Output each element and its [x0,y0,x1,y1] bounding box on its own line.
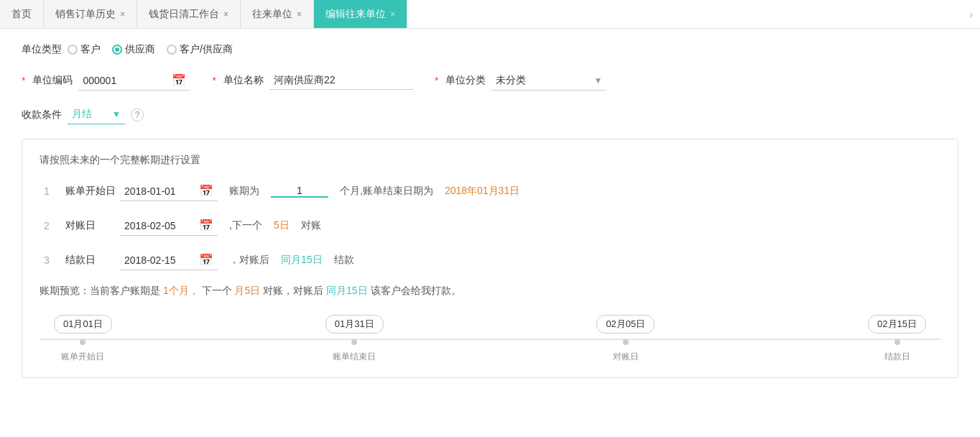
unit-category-label: 单位分类 [445,74,486,87]
radio-group-unit-type: 客户 供应商 客户/供应商 [68,43,233,56]
unit-code-input[interactable] [83,75,169,86]
timeline-label-4: 结款日 [884,351,910,363]
unit-category-arrow: ▼ [593,75,602,86]
tab-sales-history[interactable]: 销售订单历史 × [44,0,137,28]
unit-details-row: * 单位编码 📅 * 单位名称 * 单位分类 未分类 ▼ [22,70,958,91]
payment-condition-row: 收款条件 月结 ▼ ? [22,105,958,124]
preview-pay-day: 同月15日 [326,285,368,296]
payment-condition-label: 收款条件 [22,109,62,121]
timeline-dot-3 [623,339,629,345]
end-date-highlight: 2018年01月31日 [445,185,519,198]
payment-date-calendar-icon[interactable]: 📅 [199,253,213,267]
period-prefix-label: 账期为 [229,185,259,198]
timeline-point-2: 01月31日 账单结束日 [325,315,384,363]
close-edit-partner[interactable]: × [390,9,395,19]
unit-category-value: 未分类 [496,74,591,87]
timeline-bubble-3: 02月05日 [596,315,655,334]
row-label-2: 对账日 [65,219,108,232]
config-panel: 请按照未来的一个完整帐期进行设置 1 账单开始日 📅 账期为 个月,账单结束日期… [22,139,958,378]
row-label-1: 账单开始日 [65,185,108,198]
tab-home[interactable]: 首页 [0,0,44,28]
reconcile-date-input[interactable] [124,220,196,231]
unit-code-group: * 单位编码 📅 [22,70,190,91]
tab-cash-work[interactable]: 钱货日清工作台 × [137,0,241,28]
config-row-2: 2 对账日 📅 ,下一个 5日 对账 [40,216,940,236]
payment-date-input-wrapper: 📅 [120,250,218,270]
payment-condition-value: 月结 [72,108,109,121]
required-star-category: * [435,75,438,86]
reconcile-suffix: 对账 [301,219,321,232]
payment-condition-group: 收款条件 月结 ▼ ? [22,105,144,124]
timeline-dot-1 [80,339,85,345]
unit-code-label: 单位编码 [32,74,73,87]
required-star-code: * [22,75,25,86]
unit-code-icon[interactable]: 📅 [172,73,186,87]
radio-label-both: 客户/供应商 [180,43,233,56]
tab-more-chevron[interactable]: › [962,0,980,28]
preview-suffix: 该客户会给我打款。 [371,285,461,296]
preview-period: 1个月， [163,285,199,296]
start-date-input-wrapper: 📅 [120,181,218,201]
timeline-point-1: 01月01日 账单开始日 [54,315,112,363]
main-content: 单位类型 客户 供应商 客户/供应商 * 单位编码 [0,29,980,437]
radio-circle-both [167,45,177,55]
timeline-dot-4 [895,339,900,345]
reconcile-date-calendar-icon[interactable]: 📅 [199,218,213,232]
row-number-3: 3 [40,254,54,266]
preview-next-prefix: 下一个 [202,285,232,296]
tab-partners[interactable]: 往来单位 × [241,0,314,28]
tab-edit-partner[interactable]: 编辑往来单位 × [314,0,407,28]
unit-code-input-wrapper: 📅 [78,70,190,91]
timeline-bubble-2: 01月31日 [325,315,384,334]
unit-name-group: * 单位名称 [212,72,412,90]
payment-day-highlight: 同月15日 [281,254,323,267]
period-suffix-label: 个月,账单结束日期为 [340,185,433,198]
preview-prefix: 账期预览：当前客户账期是 [40,285,160,296]
radio-circle-supplier [112,45,122,55]
payment-date-input[interactable] [124,254,196,266]
payment-prefix: ，对账后 [229,254,269,267]
timeline: 01月01日 账单开始日 01月31日 账单结束日 02月05日 对账日 02月… [40,315,940,363]
panel-hint: 请按照未来的一个完整帐期进行设置 [40,154,940,167]
row-number-1: 1 [40,185,54,197]
reconcile-prefix: ,下一个 [229,219,262,232]
reconcile-day-highlight: 5日 [274,219,290,232]
row-label-3: 结款日 [65,254,108,267]
timeline-bubble-4: 02月15日 [868,315,926,334]
preview-next-day: 月5日 [234,285,260,296]
unit-name-input[interactable] [269,72,413,90]
unit-type-label: 单位类型 [22,43,62,56]
tab-bar: 首页 销售订单历史 × 钱货日清工作台 × 往来单位 × 编辑往来单位 × › [0,0,980,29]
required-star-name: * [212,75,216,86]
radio-supplier[interactable]: 供应商 [112,43,155,56]
timeline-bubble-1: 01月01日 [54,315,112,334]
close-partners[interactable]: × [297,9,302,19]
config-row-3: 3 结款日 📅 ，对账后 同月15日 结款 [40,250,940,270]
radio-label-customer: 客户 [80,43,101,56]
timeline-label-2: 账单结束日 [333,351,376,363]
unit-type-group: 单位类型 客户 供应商 客户/供应商 [22,43,233,56]
period-input[interactable] [271,185,328,198]
preview-text: 账期预览：当前客户账期是 1个月， 下一个 月5日 对账，对账后 同月15日 该… [40,285,940,298]
radio-customer[interactable]: 客户 [68,43,101,56]
payment-condition-select[interactable]: 月结 ▼ [68,105,125,124]
payment-condition-arrow: ▼ [112,109,121,119]
unit-name-label: 单位名称 [223,74,264,87]
payment-suffix: 结款 [334,254,354,267]
start-date-calendar-icon[interactable]: 📅 [199,184,213,198]
close-sales-history[interactable]: × [120,9,125,19]
timeline-label-1: 账单开始日 [61,351,104,363]
unit-category-select[interactable]: 未分类 ▼ [491,71,606,91]
timeline-dot-2 [351,339,357,345]
unit-category-group: * 单位分类 未分类 ▼ [435,71,606,91]
payment-help-icon[interactable]: ? [131,109,144,121]
timeline-points: 01月01日 账单开始日 01月31日 账单结束日 02月05日 对账日 02月… [54,315,926,363]
start-date-input[interactable] [124,185,196,197]
timeline-point-3: 02月05日 对账日 [596,315,655,363]
preview-reconcile: 对账，对账后 [263,285,323,296]
unit-type-row: 单位类型 客户 供应商 客户/供应商 [22,43,958,56]
radio-label-supplier: 供应商 [125,43,155,56]
close-cash-work[interactable]: × [223,9,228,19]
radio-both[interactable]: 客户/供应商 [167,43,233,56]
config-row-1: 1 账单开始日 📅 账期为 个月,账单结束日期为 2018年01月31日 [40,181,940,201]
